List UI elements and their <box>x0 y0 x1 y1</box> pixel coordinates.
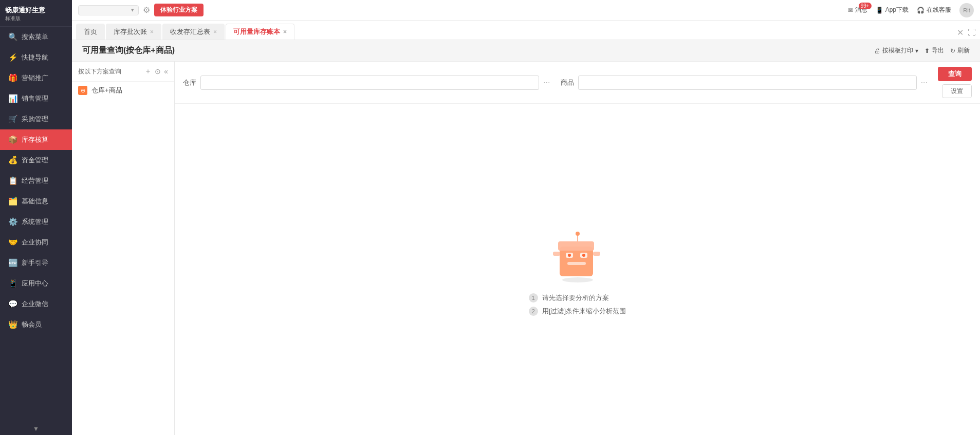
user-avatar[interactable]: Rit <box>959 3 974 17</box>
sidebar-item-enterprise[interactable]: 🤝 企业协同 <box>0 232 72 253</box>
settings-filter-icon[interactable]: ⊙ <box>155 67 161 75</box>
tab-batch-ledger[interactable]: 库存批次账 × <box>106 24 161 40</box>
warehouse-goods-icon: ⊕ <box>78 86 87 95</box>
tab-receive-summary-label: 收发存汇总表 <box>170 27 210 36</box>
sidebar-item-search[interactable]: 🔍 搜索菜单 <box>0 27 72 47</box>
empty-state: 1 请先选择要分析的方案 2 用[过滤]条件来缩小分析范围 <box>175 104 980 435</box>
sidebar-header: 畅康通好生意 标准版 <box>0 0 72 27</box>
refresh-btn[interactable]: ↻ 刷新 <box>950 46 970 55</box>
export-label: 导出 <box>932 46 944 55</box>
sidebar-item-inventory[interactable]: 📦 库存核算 <box>0 129 72 150</box>
query-btn[interactable]: 查询 <box>938 67 972 81</box>
filter-panel-actions: ＋ ⊙ « <box>144 67 168 76</box>
tab-receive-summary[interactable]: 收发存汇总表 × <box>162 24 225 40</box>
svg-point-6 <box>582 254 585 257</box>
sidebar-item-label: 销售管理 <box>22 94 48 103</box>
warehouse-label: 仓库 <box>183 78 196 87</box>
sidebar-item-ops[interactable]: 📋 经营管理 <box>0 171 72 191</box>
trial-btn[interactable]: 体验行业方案 <box>154 4 204 16</box>
sidebar-item-label: 经营管理 <box>22 176 48 185</box>
app-name: 畅康通好生意 <box>5 6 67 15</box>
sidebar-scroll-down[interactable]: ▼ <box>0 423 72 435</box>
sidebar-item-apps[interactable]: 📱 应用中心 <box>0 273 72 294</box>
topbar-search-wrap[interactable]: ▾ <box>78 5 139 15</box>
user-name: Rit <box>963 7 970 13</box>
app-download-btn[interactable]: 📱 App下载 <box>876 6 909 14</box>
close-all-tabs-icon[interactable]: ✕ <box>957 28 964 37</box>
sidebar-item-system[interactable]: ⚙️ 系统管理 <box>0 212 72 232</box>
goods-field: 商品 ··· <box>561 75 928 90</box>
content-area: 按以下方案查询 ＋ ⊙ « ⊕ 仓库+商品 仓库 <box>72 62 980 435</box>
sidebar-item-wechat[interactable]: 💬 企业微信 <box>0 294 72 314</box>
query-bar: 仓库 ··· 商品 ··· 查询 设置 <box>175 62 980 104</box>
sidebar-item-label: 搜索菜单 <box>22 32 48 42</box>
tabs-bar: 首页 库存批次账 × 收发存汇总表 × 可用量库存账本 × ✕ ⛶ <box>72 21 980 40</box>
app-download-label: App下载 <box>885 6 909 14</box>
svg-point-5 <box>568 254 571 257</box>
tab-receive-summary-close[interactable]: × <box>213 28 217 35</box>
message-badge: 99+ <box>859 3 872 9</box>
filter-panel: 按以下方案查询 ＋ ⊙ « ⊕ 仓库+商品 <box>72 62 175 435</box>
empty-illustration <box>547 223 608 285</box>
svg-rect-11 <box>593 252 600 256</box>
sidebar-item-label: 企业微信 <box>22 299 48 309</box>
sidebar-item-label: 采购管理 <box>22 115 48 124</box>
collapse-filter-icon[interactable]: « <box>164 67 168 75</box>
topbar-right: ✉ 消息 99+ 📱 App下载 🎧 在线客服 Rit <box>848 3 974 17</box>
tip-num-2: 2 <box>529 307 538 316</box>
tab-available-ledger-label: 可用量库存账本 <box>233 27 280 36</box>
sidebar-item-label: 系统管理 <box>22 217 48 226</box>
basic-icon: 🗂️ <box>8 197 17 206</box>
tab-batch-ledger-close[interactable]: × <box>150 28 154 35</box>
sales-icon: 📊 <box>8 94 17 103</box>
tab-batch-ledger-label: 库存批次账 <box>114 27 147 36</box>
svg-rect-7 <box>567 262 586 265</box>
online-service-label: 在线客服 <box>927 6 951 14</box>
online-service-btn[interactable]: 🎧 在线客服 <box>917 6 951 14</box>
sidebar-item-label: 基础信息 <box>22 197 48 206</box>
tip-num-1: 1 <box>529 293 538 302</box>
goods-input[interactable] <box>578 75 917 90</box>
sidebar-item-purchase[interactable]: 🛒 采购管理 <box>0 109 72 129</box>
svg-point-9 <box>576 232 580 236</box>
sidebar-item-guide[interactable]: 🆕 新手引导 <box>0 253 72 273</box>
sidebar-item-member[interactable]: 👑 畅会员 <box>0 314 72 335</box>
page-header: 可用量查询(按仓库+商品) 🖨 按模板打印 ▾ ⬆ 导出 ↻ 刷新 <box>72 40 980 62</box>
filter-item-warehouse-goods[interactable]: ⊕ 仓库+商品 <box>72 82 174 99</box>
settings-btn[interactable]: 设置 <box>942 84 972 98</box>
sidebar-item-basic[interactable]: 🗂️ 基础信息 <box>0 191 72 212</box>
sidebar-nav: 🔍 搜索菜单 ⚡ 快捷导航 🎁 营销推广 📊 销售管理 🛒 采购管理 📦 <box>0 27 72 423</box>
message-btn[interactable]: ✉ 消息 99+ <box>848 6 867 14</box>
tip-text-1: 请先选择要分析的方案 <box>542 293 609 302</box>
sidebar-item-marketing[interactable]: 🎁 营销推广 <box>0 68 72 88</box>
inventory-icon: 📦 <box>8 135 17 144</box>
sidebar: 畅康通好生意 标准版 🔍 搜索菜单 ⚡ 快捷导航 🎁 营销推广 📊 销售管理 🛒 <box>0 0 72 435</box>
warehouse-input[interactable] <box>200 75 539 90</box>
export-btn[interactable]: ⬆ 导出 <box>924 46 944 55</box>
refresh-label: 刷新 <box>957 46 970 55</box>
sidebar-item-label: 资金管理 <box>22 156 48 165</box>
tab-available-ledger-close[interactable]: × <box>283 28 287 35</box>
sidebar-item-sales[interactable]: 📊 销售管理 <box>0 88 72 109</box>
print-btn[interactable]: 🖨 按模板打印 ▾ <box>874 46 918 55</box>
guide-icon: 🆕 <box>8 258 17 268</box>
system-icon: ⚙️ <box>8 217 17 226</box>
export-icon: ⬆ <box>924 47 930 54</box>
goods-more-icon[interactable]: ··· <box>921 78 928 87</box>
tab-home[interactable]: 首页 <box>76 24 105 40</box>
warehouse-more-icon[interactable]: ··· <box>543 78 550 87</box>
add-filter-icon[interactable]: ＋ <box>144 67 152 76</box>
refresh-icon: ↻ <box>950 47 955 54</box>
print-label: 按模板打印 <box>882 46 913 55</box>
tabs-bar-actions: ✕ ⛶ <box>957 28 980 40</box>
message-icon: ✉ <box>848 7 853 14</box>
tip-text-2: 用[过滤]条件来缩小分析范围 <box>542 307 626 316</box>
tab-available-ledger[interactable]: 可用量库存账本 × <box>226 24 294 40</box>
topbar-search-input[interactable] <box>83 7 129 14</box>
sidebar-item-label: 畅会员 <box>22 320 42 329</box>
sidebar-item-quick-nav[interactable]: ⚡ 快捷导航 <box>0 47 72 68</box>
gear-icon[interactable]: ⚙ <box>143 5 150 15</box>
expand-icon[interactable]: ⛶ <box>968 28 976 37</box>
sidebar-item-label: 库存核算 <box>22 135 48 144</box>
sidebar-item-finance[interactable]: 💰 资金管理 <box>0 150 72 171</box>
